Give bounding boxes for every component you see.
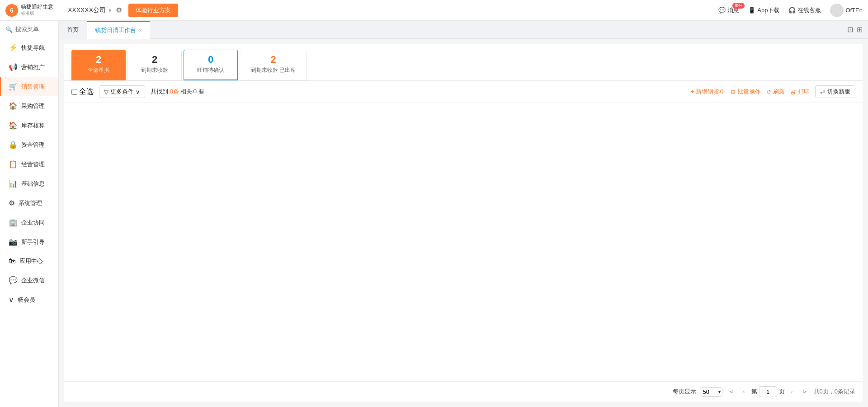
- new-guide-icon: 📷: [9, 238, 18, 246]
- sidebar-item-inventory[interactable]: 🏠 库存核算: [0, 116, 58, 135]
- filter-button[interactable]: ▽ 更多条件 ∨: [99, 85, 145, 98]
- basic-info-label: 基础信息: [21, 180, 45, 188]
- enterprise-icon: 🏢: [9, 218, 18, 227]
- purchase-label: 采购管理: [21, 102, 45, 110]
- toolbar-right: + 新增销货单 ⊞ 批量操作 ↺ 刷新 🖨 打印 ⇄ 切换新版: [691, 85, 855, 98]
- sidebar-item-system[interactable]: ⚙ 系统管理: [0, 193, 58, 213]
- select-all-checkbox-label[interactable]: 全选: [71, 87, 94, 97]
- messages-badge: 99+: [732, 3, 745, 9]
- tab-minimize-icon[interactable]: ⊡: [847, 25, 853, 34]
- print-icon: 🖨: [790, 89, 796, 95]
- next-page-button[interactable]: ›: [787, 386, 797, 397]
- sidebar-item-app-center[interactable]: 🛍 应用中心: [0, 252, 58, 271]
- switch-version-button[interactable]: ⇄ 切换新版: [815, 85, 855, 98]
- filter-icon: ▽: [104, 89, 108, 95]
- tab-expand-icon[interactable]: ⊞: [857, 25, 863, 34]
- last-page-button[interactable]: ⊳: [799, 386, 810, 397]
- stat-overdue-label: 到期未收款: [139, 66, 170, 74]
- online-service-label: 在线客服: [797, 6, 821, 14]
- select-all-label: 全选: [79, 87, 94, 97]
- sidebar-item-enterprise-wx[interactable]: 💬 企业微信: [0, 271, 58, 290]
- sidebar-item-new-guide[interactable]: 📷 新手引导: [0, 232, 58, 252]
- filter-chevron-icon: ∨: [136, 89, 140, 95]
- sidebar-item-enterprise[interactable]: 🏢 企业协同: [0, 213, 58, 232]
- filter-label: 更多条件: [110, 88, 134, 96]
- app-center-icon: 🛍: [9, 257, 16, 265]
- batch-ops-button[interactable]: ⊞ 批量操作: [731, 88, 761, 96]
- header-right: 💬 消息 99+ 📱 App下载 🎧 在线客服 OfTEn: [718, 4, 863, 17]
- enterprise-label: 企业协同: [21, 219, 45, 227]
- quick-nav-label: 快捷导航: [21, 44, 45, 52]
- sidebar-item-quick-nav[interactable]: ⚡ 快捷导航: [0, 38, 58, 57]
- refresh-button[interactable]: ↺ 刷新: [766, 88, 785, 96]
- result-count: 0条: [170, 88, 179, 95]
- user-avatar-area[interactable]: OfTEn: [830, 4, 863, 17]
- quick-nav-icon: ⚡: [9, 43, 18, 52]
- operations-label: 经营管理: [21, 160, 45, 168]
- marketing-label: 营销推广: [21, 63, 45, 71]
- tab-daily-clearing-label: 钱货日清工作台: [95, 26, 136, 34]
- marketing-icon: 📢: [9, 63, 18, 71]
- trial-button[interactable]: 体验行业方案: [128, 4, 178, 17]
- search-menu[interactable]: 🔍 搜索菜单: [0, 21, 58, 38]
- switch-label: 切换新版: [827, 88, 850, 96]
- system-label: 系统管理: [19, 199, 42, 207]
- stat-tab-shipped[interactable]: 2 到期未收款 已出库: [240, 50, 307, 80]
- page-size-select[interactable]: 10 20 50 100: [700, 387, 722, 397]
- service-icon: 🎧: [788, 7, 796, 14]
- stats-tabs: 2 全部单据 2 到期未收款 0 旺铺待确认 2 到期未收款 已出库: [64, 44, 863, 81]
- page-label-end: 页: [779, 388, 785, 396]
- sidebar-item-member[interactable]: ∨ 畅会员: [0, 290, 58, 309]
- sidebar-item-purchase[interactable]: 🏠 采购管理: [0, 96, 58, 116]
- app-download-label: App下载: [757, 6, 779, 14]
- basic-info-icon: 📊: [9, 179, 18, 188]
- settings-icon[interactable]: ⚙: [116, 6, 122, 14]
- result-text: 共找到 0条 相关单据: [151, 88, 204, 96]
- sidebar-item-operations[interactable]: 📋 经营管理: [0, 154, 58, 174]
- messages-action[interactable]: 💬 消息 99+: [718, 6, 739, 14]
- result-suffix: 相关单据: [180, 88, 204, 95]
- stat-pending-number: 0: [195, 54, 226, 65]
- company-selector[interactable]: XXXXXX公司 ▾: [68, 6, 111, 14]
- app-download-action[interactable]: 📱 App下载: [748, 6, 779, 14]
- print-button[interactable]: 🖨 打印: [790, 88, 810, 96]
- inventory-label: 库存核算: [21, 122, 45, 130]
- print-label: 打印: [798, 88, 810, 96]
- stat-overdue-number: 2: [139, 54, 170, 65]
- page-input[interactable]: [759, 386, 777, 397]
- new-sales-order-button[interactable]: + 新增销货单: [691, 88, 725, 96]
- per-page-label: 每页显示: [673, 388, 696, 396]
- toolbar: 全选 ▽ 更多条件 ∨ 共找到 0条 相关单据 + 新增销货单 ⊞ 批量操作: [64, 81, 863, 103]
- online-service-action[interactable]: 🎧 在线客服: [788, 6, 821, 14]
- prev-page-button[interactable]: ‹: [739, 386, 750, 397]
- first-page-button[interactable]: ⊲: [726, 386, 737, 397]
- sidebar-item-sales[interactable]: 🛒 销售管理: [0, 77, 58, 96]
- sidebar-item-basic-info[interactable]: 📊 基础信息: [0, 174, 58, 193]
- stat-all-label: 全部单据: [83, 66, 114, 74]
- tab-home[interactable]: 首页: [59, 21, 87, 39]
- tab-daily-clearing[interactable]: 钱货日清工作台 ×: [87, 21, 150, 39]
- purchase-icon: 🏠: [9, 102, 18, 110]
- sidebar-item-marketing[interactable]: 📢 营销推广: [0, 57, 58, 77]
- enterprise-wx-label: 企业微信: [21, 276, 45, 285]
- stat-tab-pending[interactable]: 0 旺铺待确认: [184, 50, 238, 80]
- page-size-selector[interactable]: 10 20 50 100: [700, 387, 722, 397]
- finance-label: 资金管理: [21, 141, 45, 149]
- phone-icon: 📱: [748, 7, 755, 14]
- sidebar-item-finance[interactable]: 🔒 资金管理: [0, 135, 58, 154]
- tab-close-icon[interactable]: ×: [139, 28, 142, 33]
- logo-icon: 6: [5, 4, 18, 17]
- page-label: 第: [751, 388, 757, 396]
- pagination-bar: 每页显示 10 20 50 100 ⊲ ‹ 第 页 › ⊳ 共0页，0条记录: [64, 381, 863, 402]
- stat-tab-overdue[interactable]: 2 到期未收款: [127, 50, 182, 80]
- batch-ops-icon: ⊞: [731, 89, 736, 95]
- stat-all-number: 2: [83, 54, 114, 65]
- select-all-checkbox[interactable]: [71, 89, 77, 95]
- switch-icon: ⇄: [820, 89, 825, 95]
- search-icon: 🔍: [5, 26, 13, 33]
- total-text: 共0页，0条记录: [814, 388, 855, 396]
- app-center-label: 应用中心: [19, 257, 43, 265]
- stat-tab-all[interactable]: 2 全部单据: [71, 50, 126, 80]
- message-icon: 💬: [718, 7, 726, 14]
- refresh-label: 刷新: [773, 88, 785, 96]
